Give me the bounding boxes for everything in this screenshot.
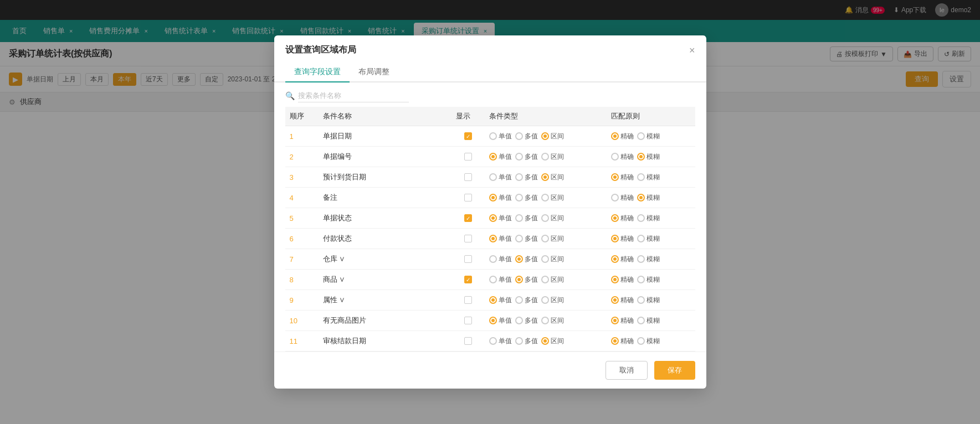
search-input[interactable]: [298, 89, 409, 102]
match-radio-1[interactable]: 模糊: [637, 255, 660, 264]
table-row: 6付款状态 单值 多值 区间 精确 模糊: [285, 229, 695, 249]
row-name: 商品 ∨: [319, 270, 451, 290]
row-match: 精确 模糊: [607, 249, 695, 270]
search-icon: 🔍: [285, 91, 295, 100]
table-row: 2单据编号 单值 多值 区间 精确 模糊: [285, 147, 695, 167]
match-radio-1[interactable]: 模糊: [637, 173, 660, 182]
type-radio-2[interactable]: 区间: [541, 255, 564, 264]
type-radio-1[interactable]: 多值: [515, 193, 538, 203]
type-radio-1[interactable]: 多值: [515, 152, 538, 162]
match-radio-1[interactable]: 模糊: [637, 132, 660, 141]
tab-query-fields[interactable]: 查询字段设置: [285, 63, 350, 82]
match-radio-0[interactable]: 精确: [611, 234, 634, 244]
table-row: 7仓库 ∨ 单值 多值 区间 精确 模糊: [285, 249, 695, 270]
match-radio-0[interactable]: 精确: [611, 255, 634, 264]
type-radio-0[interactable]: 单值: [489, 173, 512, 182]
type-radio-1[interactable]: 多值: [515, 255, 538, 264]
row-seq: 10: [285, 311, 319, 331]
type-radio-1[interactable]: 多值: [515, 173, 538, 182]
row-type: 单值 多值 区间: [485, 331, 607, 351]
type-radio-0[interactable]: 单值: [489, 214, 512, 223]
match-radio-1[interactable]: 模糊: [637, 214, 660, 223]
table-row: 9属性 ∨ 单值 多值 区间 精确 模糊: [285, 290, 695, 311]
type-radio-0[interactable]: 单值: [489, 316, 512, 325]
type-radio-2[interactable]: 区间: [541, 296, 564, 305]
match-radio-0[interactable]: 精确: [611, 152, 634, 162]
row-display: ✓: [451, 270, 485, 290]
match-radio-0[interactable]: 精确: [611, 275, 634, 285]
modal-footer: 取消 保存: [274, 351, 706, 389]
match-radio-1[interactable]: 模糊: [637, 296, 660, 305]
type-radio-2[interactable]: 区间: [541, 234, 564, 244]
match-radio-0[interactable]: 精确: [611, 193, 634, 203]
type-radio-0[interactable]: 单值: [489, 255, 512, 264]
match-radio-0[interactable]: 精确: [611, 316, 634, 325]
row-name: 有无商品图片: [319, 311, 451, 331]
display-checkbox[interactable]: [464, 317, 472, 324]
type-radio-1[interactable]: 多值: [515, 296, 538, 305]
type-radio-2[interactable]: 区间: [541, 275, 564, 285]
display-checkbox[interactable]: [464, 296, 472, 304]
match-radio-1[interactable]: 模糊: [637, 234, 660, 244]
type-radio-1[interactable]: 多值: [515, 337, 538, 346]
type-radio-0[interactable]: 单值: [489, 234, 512, 244]
match-radio-0[interactable]: 精确: [611, 296, 634, 305]
modal-close-button[interactable]: ×: [689, 45, 695, 55]
settings-modal: 设置查询区域布局 × 查询字段设置 布局调整 🔍 顺序 条件名称: [274, 35, 706, 389]
table-row: 5单据状态✓ 单值 多值 区间 精确 模糊: [285, 208, 695, 229]
tab-layout-adjust[interactable]: 布局调整: [350, 63, 398, 82]
modal-header: 设置查询区域布局 ×: [274, 35, 706, 56]
display-checkbox[interactable]: ✓: [464, 276, 472, 283]
type-radio-2[interactable]: 区间: [541, 316, 564, 325]
type-radio-1[interactable]: 多值: [515, 214, 538, 223]
match-radio-1[interactable]: 模糊: [637, 337, 660, 346]
match-radio-0[interactable]: 精确: [611, 132, 634, 141]
display-checkbox[interactable]: [464, 194, 472, 201]
th-display: 显示: [451, 107, 485, 126]
match-radio-0[interactable]: 精确: [611, 214, 634, 223]
type-radio-0[interactable]: 单值: [489, 193, 512, 203]
table-row: 3预计到货日期 单值 多值 区间 精确 模糊: [285, 167, 695, 188]
display-checkbox[interactable]: [464, 255, 472, 263]
display-checkbox[interactable]: ✓: [464, 214, 472, 222]
type-radio-2[interactable]: 区间: [541, 132, 564, 141]
match-radio-1[interactable]: 模糊: [637, 275, 660, 285]
type-radio-2[interactable]: 区间: [541, 193, 564, 203]
type-radio-1[interactable]: 多值: [515, 132, 538, 141]
match-radio-1[interactable]: 模糊: [637, 193, 660, 203]
type-radio-2[interactable]: 区间: [541, 152, 564, 162]
type-radio-0[interactable]: 单值: [489, 275, 512, 285]
th-match: 匹配原则: [607, 107, 695, 126]
th-type: 条件类型: [485, 107, 607, 126]
display-checkbox[interactable]: [464, 173, 472, 181]
type-radio-2[interactable]: 区间: [541, 173, 564, 182]
match-radio-0[interactable]: 精确: [611, 337, 634, 346]
match-radio-1[interactable]: 模糊: [637, 152, 660, 162]
row-display: ✓: [451, 208, 485, 229]
type-radio-0[interactable]: 单值: [489, 152, 512, 162]
type-radio-2[interactable]: 区间: [541, 214, 564, 223]
row-display: ✓: [451, 126, 485, 147]
display-checkbox[interactable]: [464, 153, 472, 161]
cancel-button[interactable]: 取消: [606, 361, 648, 380]
type-radio-1[interactable]: 多值: [515, 316, 538, 325]
row-seq: 8: [285, 270, 319, 290]
type-radio-2[interactable]: 区间: [541, 337, 564, 346]
type-radio-0[interactable]: 单值: [489, 337, 512, 346]
row-display: [451, 188, 485, 208]
display-checkbox[interactable]: [464, 235, 472, 242]
type-radio-0[interactable]: 单值: [489, 132, 512, 141]
type-radio-1[interactable]: 多值: [515, 234, 538, 244]
match-radio-0[interactable]: 精确: [611, 173, 634, 182]
modal-search-area: 🔍: [274, 82, 706, 102]
type-radio-1[interactable]: 多值: [515, 275, 538, 285]
row-match: 精确 模糊: [607, 126, 695, 147]
row-display: [451, 331, 485, 351]
type-radio-0[interactable]: 单值: [489, 296, 512, 305]
save-button[interactable]: 保存: [654, 361, 695, 380]
row-seq: 9: [285, 290, 319, 311]
display-checkbox[interactable]: [464, 337, 472, 345]
display-checkbox[interactable]: ✓: [464, 132, 472, 140]
table-row: 4备注 单值 多值 区间 精确 模糊: [285, 188, 695, 208]
match-radio-1[interactable]: 模糊: [637, 316, 660, 325]
